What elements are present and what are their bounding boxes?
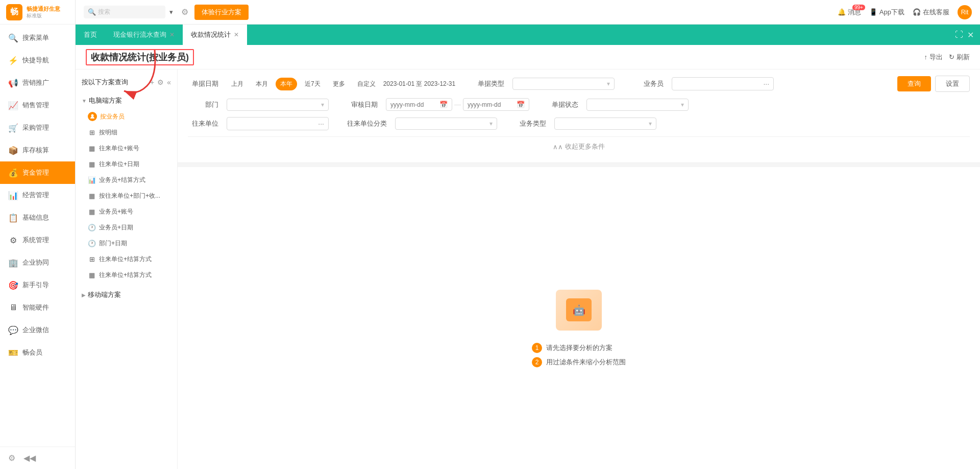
sidebar-item-sales[interactable]: 📈 销售管理 [0,94,75,116]
sales-icon: 📈 [8,100,18,110]
salesman-select[interactable]: ··· [672,77,774,90]
lp-item-by-unit-payment1[interactable]: ⊞ 往来单位+结算方式 [76,251,177,267]
breadcrumb-dropdown-icon[interactable]: ▾ [169,8,173,16]
review-date-group: 📅 — 📅 [386,98,529,111]
date-btn-more[interactable]: 更多 [328,78,350,90]
marketing-icon: 📢 [8,78,18,88]
breadcrumb: 🔍 搜索 ▾ ⚙ 体验行业方案 [84,5,838,20]
top-header: 🔍 搜索 ▾ ⚙ 体验行业方案 🔔 消息 99+ 📱 App下载 🎧 在线客服 … [76,0,980,25]
date-options-group: 上月 本月 本年 近7天 更多 自定义 2023-01-01 至 2023-12… [227,78,455,90]
lp-item-by-salesman[interactable]: 按业务员 [76,108,177,125]
lp-item-by-unit-account[interactable]: ▦ 往来单位+账号 [76,140,177,156]
sidebar-item-search[interactable]: 🔍 搜索菜单 [0,27,75,49]
review-date-to-picker[interactable]: 📅 [463,98,529,111]
calendar-to-icon: 📅 [517,101,525,108]
search-area[interactable]: 🔍 搜索 [84,6,165,18]
query-button[interactable]: 查询 [897,76,931,91]
review-date-from-input[interactable] [390,101,436,108]
tab-close-receipt-stats[interactable]: ✕ [234,31,239,38]
close-all-icon[interactable]: ✕ [967,30,974,40]
sidebar-item-marketing[interactable]: 📢 营销推广 [0,72,75,94]
doc-date-label: 单据日期 [188,79,218,88]
scheme-settings-icon[interactable]: ⚙ [157,78,164,86]
date-btn-this-year[interactable]: 本年 [276,78,297,90]
unit-account-icon: ▦ [88,145,96,153]
phone-icon: 📱 [869,8,877,16]
sidebar-item-purchase[interactable]: 🛒 采购管理 [0,116,75,139]
mobile-section-header[interactable]: ▶ 移动端方案 [76,287,177,302]
sidebar-item-inventory[interactable]: 📦 库存核算 [0,139,75,161]
sidebar-item-operations[interactable]: 📊 经营管理 [0,184,75,206]
unit-select[interactable]: ··· [227,117,329,130]
settings-btn[interactable]: ⚙ [181,7,188,17]
sidebar-item-basic[interactable]: 📋 基础信息 [0,206,75,229]
biz-type-select[interactable]: ▾ [554,118,656,130]
sidebar-item-system[interactable]: ⚙ 系统管理 [0,229,75,251]
dept-dropdown-icon: ▾ [321,101,324,108]
sidebar-nav: 🔍 搜索菜单 ⚡ 快捷导航 📢 营销推广 📈 销售管理 🛒 采购管理 📦 库存核… [0,25,75,447]
sidebar-item-finance[interactable]: 💰 资金管理 [0,161,75,184]
salesman-active-icon [88,112,97,121]
lp-item-by-unit-date[interactable]: ▦ 往来单位+日期 [76,156,177,172]
refresh-button[interactable]: ↻ 刷新 [949,53,970,62]
collapse-panel-icon[interactable]: « [167,78,171,86]
doc-type-select[interactable]: ▾ [512,78,615,90]
unit-date-icon: ▦ [88,160,96,169]
online-service-button[interactable]: 🎧 在线客服 [913,8,949,17]
lp-item-by-unit-dept[interactable]: ▦ 按往来单位+部门+收... [76,188,177,204]
solution-button[interactable]: 体验行业方案 [194,5,249,20]
sidebar-item-guide[interactable]: 🎯 新手引导 [0,274,75,296]
desktop-section: ▼ 电脑端方案 按业务员 ⊞ 按明细 ▦ 往来单位+账号 [76,91,177,285]
main-content: 收款情况统计(按业务员) ↑ 导出 ↻ 刷新 按以下方案查询 + ⚙ « [76,45,980,469]
message-button[interactable]: 🔔 消息 99+ [838,8,861,17]
add-scheme-icon[interactable]: + [150,78,154,86]
sidebar-item-enterprise[interactable]: 🏢 企业协同 [0,251,75,274]
date-btn-custom[interactable]: 自定义 [353,78,380,90]
doc-type-label: 单据类型 [474,79,504,88]
lp-item-by-detail[interactable]: ⊞ 按明细 [76,125,177,140]
collapse-sidebar-icon[interactable]: ◀◀ [23,453,36,463]
lp-item-by-unit-payment2[interactable]: ▦ 往来单位+结算方式 [76,267,177,283]
lp-item-by-salesman-payment[interactable]: 📊 业务员+结算方式 [76,172,177,188]
collapse-bar[interactable]: ∧∧ 收起更多条件 [188,136,970,156]
sidebar-item-quick-nav[interactable]: ⚡ 快捷导航 [0,49,75,72]
doc-status-select[interactable]: ▾ [586,99,689,111]
unit-payment2-icon: ▦ [88,271,96,279]
export-button[interactable]: ↑ 导出 [924,53,943,62]
lp-item-by-salesman-date[interactable]: 🕐 业务员+日期 [76,220,177,236]
quick-nav-icon: ⚡ [8,55,18,65]
app-download-button[interactable]: 📱 App下载 [869,8,904,17]
dept-date-icon: 🕐 [88,240,96,248]
dept-select[interactable]: ▾ [227,99,329,111]
date-btn-7days[interactable]: 近7天 [300,78,325,90]
review-date-to-input[interactable] [468,101,513,108]
tab-receipt-stats[interactable]: 收款情况统计 ✕ [183,25,247,45]
filter-area: 单据日期 上月 本月 本年 近7天 更多 自定义 2023-01-01 至 20… [178,69,980,163]
set-button[interactable]: 设置 [935,76,970,92]
lp-header-icons: + ⚙ « [150,78,171,86]
lp-item-by-dept-date[interactable]: 🕐 部门+日期 [76,236,177,251]
review-date-from-picker[interactable]: 📅 [386,98,452,111]
tab-bank-flow[interactable]: 现金银行流水查询 ✕ [105,25,183,45]
sidebar-item-member[interactable]: 🎫 畅会员 [0,341,75,364]
settings-icon[interactable]: ⚙ [8,453,15,463]
unit-category-label: 往来单位分类 [347,119,387,128]
unit-payment1-icon: ⊞ [88,255,96,264]
date-btn-last-month[interactable]: 上月 [227,78,248,90]
tab-close-bank-flow[interactable]: ✕ [169,31,175,38]
user-avatar[interactable]: Rit [958,5,972,19]
maximize-icon[interactable]: ⛶ [955,30,963,39]
tab-home[interactable]: 首页 [76,25,105,45]
sidebar-item-wechat[interactable]: 💬 企业微信 [0,319,75,341]
salesman-date-icon: 🕐 [88,224,96,232]
salesman-more-icon[interactable]: ··· [763,80,769,88]
sidebar-item-hardware[interactable]: 🖥 智能硬件 [0,296,75,319]
desktop-section-header[interactable]: ▼ 电脑端方案 [76,93,177,108]
date-separator: — [454,101,461,108]
wechat-icon: 💬 [8,325,18,335]
logo-icon: 畅 [6,4,22,20]
date-btn-this-month[interactable]: 本月 [251,78,273,90]
lp-item-by-salesman-account[interactable]: ▦ 业务员+账号 [76,204,177,220]
unit-category-select[interactable]: ▾ [395,118,497,130]
unit-more-icon[interactable]: ··· [318,120,324,128]
